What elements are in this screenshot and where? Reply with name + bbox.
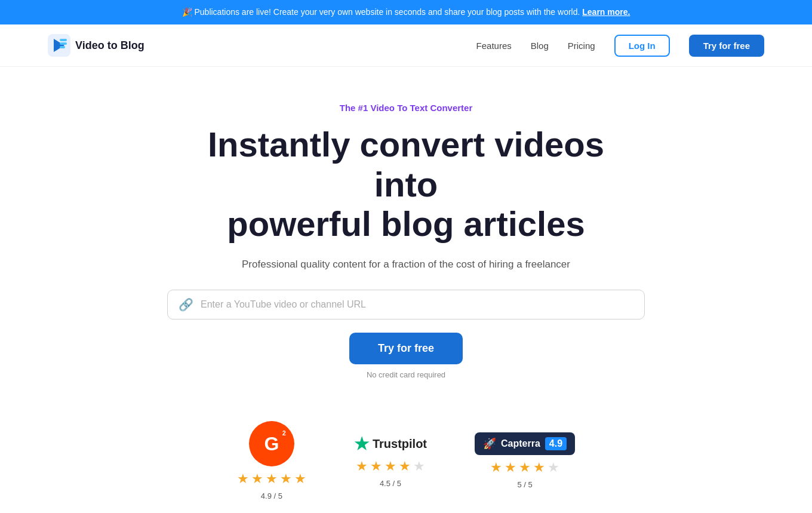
g2-rating: 2 G ★ ★ ★ ★ ★ 4.9 / 5 [237,421,306,500]
hero-section: The #1 Video To Text Converter Instantly… [0,67,812,513]
cap-star-3: ★ [519,460,531,475]
hero-title: Instantly convert videos into powerful b… [173,125,639,244]
capterra-score-badge: 4.9 [545,437,567,450]
capterra-rating: 🚀 Capterra 4.9 ★ ★ ★ ★ ★ 5 / 5 [475,432,575,489]
g2-letter: G [264,434,279,453]
capterra-stars: ★ ★ ★ ★ ★ [490,460,559,475]
g2-badge: 2 G [249,421,294,466]
star-4: ★ [280,471,292,487]
nav-links: Features Blog Pricing Log In Try for fre… [476,35,764,57]
announcement-banner: 🎉 Publications are live! Create your ver… [0,0,812,24]
star-5: ★ [294,471,306,487]
svg-rect-2 [60,39,67,41]
tp-star-1: ★ [356,459,368,474]
nav-try-button[interactable]: Try for free [689,35,764,57]
navigation: Video to Blog Features Blog Pricing Log … [0,24,812,67]
cap-star-2: ★ [505,460,516,475]
ratings-section: 2 G ★ ★ ★ ★ ★ 4.9 / 5 ★ Trustpilot ★ ★ ★ [12,409,800,513]
capterra-badge: 🚀 Capterra 4.9 [475,432,575,455]
g2-stars: ★ ★ ★ ★ ★ [237,471,306,487]
logo-text: Video to Blog [75,39,144,52]
hero-title-line2: powerful blog articles [227,204,585,243]
hero-try-button[interactable]: Try for free [349,333,463,364]
trustpilot-rating: ★ Trustpilot ★ ★ ★ ★ ★ 4.5 / 5 [354,434,427,488]
star-2: ★ [251,471,263,487]
trustpilot-stars: ★ ★ ★ ★ ★ [356,459,425,474]
hero-title-line1: Instantly convert videos into [208,125,604,204]
no-credit-card-text: No credit card required [367,370,445,379]
star-1: ★ [237,471,249,487]
capterra-label: Capterra [501,438,540,449]
nav-blog[interactable]: Blog [531,41,549,51]
trustpilot-badge: ★ Trustpilot [354,434,427,454]
cap-star-5: ★ [548,460,559,475]
nav-features[interactable]: Features [476,41,512,51]
hero-subtitle: Professional quality content for a fract… [242,259,570,271]
cap-star-1: ★ [490,460,502,475]
logo-link[interactable]: Video to Blog [48,34,144,57]
login-button[interactable]: Log In [614,35,670,57]
banner-text: 🎉 Publications are live! Create your ver… [182,7,580,17]
nav-pricing[interactable]: Pricing [568,41,595,51]
banner-link[interactable]: Learn more. [582,7,630,17]
star-3: ★ [266,471,278,487]
trustpilot-score: 4.5 / 5 [380,479,401,488]
capterra-score-text: 5 / 5 [517,480,532,489]
tp-star-4: ★ [399,459,411,474]
trustpilot-star-icon: ★ [354,434,369,454]
link-icon: 🔗 [179,297,193,312]
tp-star-5: ★ [413,459,425,474]
g2-score: 4.9 / 5 [261,492,282,500]
hero-tag: The #1 Video To Text Converter [340,103,473,113]
capterra-icon: 🚀 [483,437,496,450]
trustpilot-label: Trustpilot [373,437,427,451]
tp-star-2: ★ [370,459,382,474]
cap-star-4: ★ [533,460,545,475]
logo-icon [48,34,70,57]
svg-rect-3 [60,42,67,45]
g2-superscript: 2 [282,429,286,437]
url-input[interactable] [201,299,633,310]
url-input-container: 🔗 [167,290,645,320]
svg-rect-4 [60,46,65,48]
tp-star-3: ★ [385,459,396,474]
